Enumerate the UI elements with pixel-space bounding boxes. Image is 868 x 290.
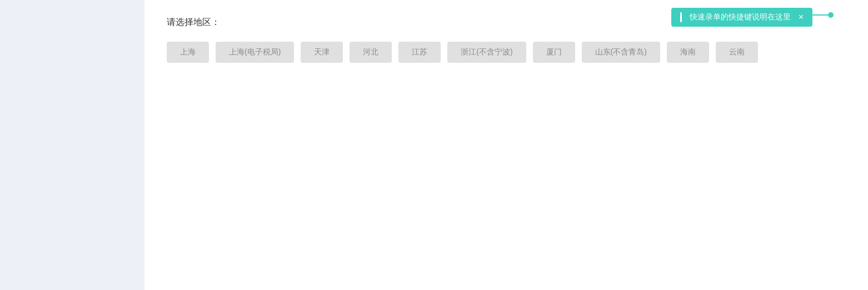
main-content: 请选择地区： 上海上海(电子税局)天津河北江苏浙江(不含宁波)厦门山东(不含青岛…	[144, 0, 868, 290]
region-button-zhejiang[interactable]: 浙江(不含宁波)	[447, 42, 526, 63]
region-button-tianjin[interactable]: 天津	[301, 42, 343, 63]
tooltip-connector-dot	[828, 12, 834, 18]
region-button-yunnan[interactable]: 云南	[716, 42, 758, 63]
tooltip-close-button[interactable]: ×	[799, 13, 804, 22]
region-button-jiangsu[interactable]: 江苏	[398, 42, 441, 63]
tooltip-banner: 快速录单的快捷键说明在这里 ×	[671, 8, 812, 27]
region-buttons-container: 上海上海(电子税局)天津河北江苏浙江(不含宁波)厦门山东(不含青岛)海南云南	[167, 42, 846, 63]
region-button-shanghai-etax[interactable]: 上海(电子税局)	[216, 42, 294, 63]
region-button-shandong[interactable]: 山东(不含青岛)	[582, 42, 660, 63]
region-button-shanghai[interactable]: 上海	[167, 42, 209, 63]
sidebar	[0, 0, 144, 290]
region-button-xiamen[interactable]: 厦门	[533, 42, 575, 63]
region-button-hebei[interactable]: 河北	[350, 42, 392, 63]
tooltip-text: 快速录单的快捷键说明在这里	[690, 12, 791, 22]
region-button-hainan[interactable]: 海南	[667, 42, 709, 63]
tooltip-connector-line	[812, 14, 828, 16]
